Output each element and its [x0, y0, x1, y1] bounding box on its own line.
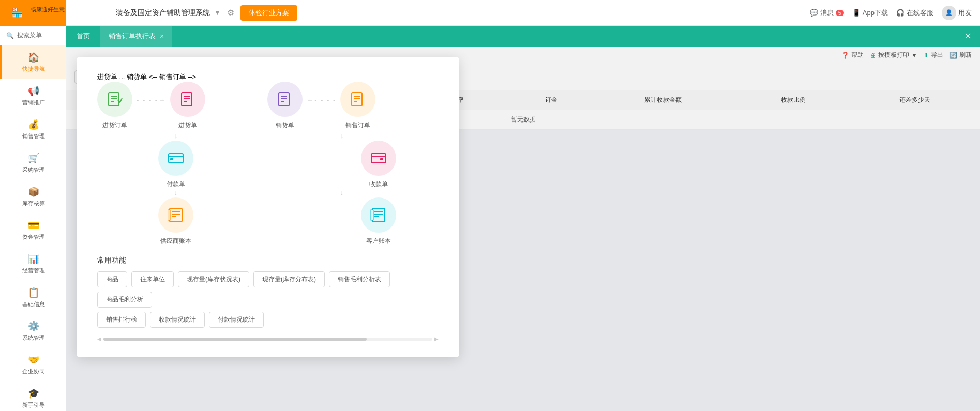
- sidebar-item-operation[interactable]: 📊 经营管理: [0, 247, 66, 281]
- flow-node-payment[interactable]: 付款单: [158, 141, 193, 189]
- logo-icon: 🏪: [8, 4, 26, 22]
- flow-node-purchase-bill[interactable]: 进货单: [170, 82, 205, 130]
- func-btn-stock-dist[interactable]: 现存量(库存分布表): [253, 271, 325, 287]
- flow-node-purchase-order[interactable]: 进货订单: [97, 82, 132, 130]
- page-content: ❓ 帮助 🖨 按模板打印 ▼ ⬆ 导出 🔄 刷新: [66, 47, 980, 411]
- sidebar-label-inventory: 库存核算: [22, 200, 45, 207]
- system-icon: ⚙️: [28, 321, 39, 332]
- common-functions-title: 常用功能: [97, 256, 439, 265]
- logo-text: 畅康通好生意 标准版: [31, 6, 65, 20]
- sale-bill-icon: [267, 82, 303, 117]
- func-buttons-row2: 销售排行榜 收款情况统计 付款情况统计: [97, 312, 439, 328]
- func-btn-payment-stat[interactable]: 付款情况统计: [209, 312, 264, 328]
- svg-rect-21: [380, 158, 383, 160]
- service-item[interactable]: 🎧 在线客服: [896, 8, 933, 18]
- flow-node-sale-bill[interactable]: 销货单: [267, 82, 303, 130]
- experience-button[interactable]: 体验行业方案: [240, 5, 297, 21]
- home-icon: 🏠: [28, 52, 39, 63]
- sidebar-item-sales[interactable]: 💰 销售管理: [0, 113, 66, 146]
- search-menu[interactable]: 🔍 搜索菜单: [0, 26, 66, 45]
- sale-bill-label: 销货单: [276, 121, 294, 130]
- message-icon: 💬: [810, 9, 818, 17]
- avatar: 👤: [942, 6, 956, 20]
- sidebar: 🔍 搜索菜单 🏠 快捷导航 📢 营销推广 💰 销售管理 🛒 采购管理 📦: [0, 26, 66, 411]
- scroll-right-icon[interactable]: ▶: [434, 336, 439, 342]
- sidebar-label-purchase: 采购管理: [22, 166, 45, 174]
- modal-box: 进货单 ... 销货单 <-- 销售订单 --> 进货订单: [77, 57, 459, 357]
- user-item[interactable]: 👤 用友: [942, 6, 972, 20]
- purchase-icon: 🛒: [28, 153, 39, 164]
- flow-node-supplier-ledger[interactable]: 供应商账本: [158, 197, 193, 246]
- sidebar-label-sales: 销售管理: [22, 132, 45, 140]
- tab-home[interactable]: 首页: [66, 26, 100, 47]
- flow-node-customer-ledger[interactable]: 客户账本: [361, 197, 396, 246]
- sale-order-label: 销售订单: [345, 121, 370, 130]
- sidebar-item-basic-info[interactable]: 📋 基础信息: [0, 281, 66, 314]
- dropdown-icon[interactable]: ▼: [214, 9, 221, 17]
- sidebar-item-marketing[interactable]: 📢 营销推广: [0, 79, 66, 113]
- flow-node-receipt[interactable]: 收款单: [361, 141, 396, 189]
- flow-node-sale-order[interactable]: 销售订单: [340, 82, 375, 130]
- newbie-icon: 🎓: [28, 388, 39, 399]
- app-download-item[interactable]: 📱 App下载: [852, 8, 888, 18]
- operation-icon: 📊: [28, 253, 39, 265]
- customer-ledger-icon: [361, 197, 396, 233]
- svg-rect-19: [371, 154, 386, 163]
- sidebar-label-operation: 经营管理: [22, 267, 45, 275]
- payment-label: 付款单: [167, 180, 185, 189]
- phone-icon: 📱: [852, 9, 861, 17]
- svg-rect-26: [168, 210, 171, 220]
- tab-bar: 首页 销售订单执行表 × ✕: [66, 26, 980, 47]
- modal-overlay: 进货单 ... 销货单 <-- 销售订单 --> 进货订单: [66, 47, 980, 411]
- sidebar-label-system: 系统管理: [22, 334, 45, 342]
- user-name: 用友: [958, 8, 972, 18]
- scroll-left-icon[interactable]: ◀: [97, 336, 101, 342]
- message-item[interactable]: 💬 消息 5: [810, 8, 844, 18]
- purchase-bill-icon: [170, 82, 205, 117]
- content-area: 首页 销售订单执行表 × ✕ ❓ 帮助 🖨 按模板打印: [66, 26, 980, 411]
- sidebar-label-basic-info: 基础信息: [22, 300, 45, 308]
- collab-icon: 🤝: [28, 354, 39, 366]
- receipt-label: 收款单: [369, 180, 388, 189]
- tab-sales-order[interactable]: 销售订单执行表 ×: [100, 26, 172, 47]
- func-btn-sales-rank[interactable]: 销售排行榜: [97, 312, 146, 328]
- system-title: 装备及固定资产辅助管理系统 ▼ ⚙: [116, 8, 234, 18]
- purchase-bill-label: 进货单: [178, 121, 197, 130]
- func-btn-product[interactable]: 商品: [97, 271, 127, 287]
- main-area: 🔍 搜索菜单 🏠 快捷导航 📢 营销推广 💰 销售管理 🛒 采购管理 📦: [0, 26, 980, 411]
- sidebar-item-quick-nav[interactable]: 🏠 快捷导航: [0, 45, 66, 79]
- scrollbar-thumb: [103, 338, 367, 341]
- basic-icon: 📋: [28, 287, 39, 298]
- sale-order-icon: [340, 82, 375, 117]
- sidebar-item-system[interactable]: ⚙️ 系统管理: [0, 314, 66, 348]
- func-btn-sales-gross[interactable]: 销售毛利分析表: [329, 271, 390, 287]
- sidebar-item-finance[interactable]: 💳 资金管理: [0, 214, 66, 247]
- system-name: 装备及固定资产辅助管理系统: [116, 8, 210, 18]
- inventory-icon: 📦: [28, 186, 39, 197]
- sidebar-item-collab[interactable]: 🤝 企业协同: [0, 348, 66, 382]
- func-btn-stock-status[interactable]: 现存量(库存状况表): [178, 271, 249, 287]
- svg-rect-18: [170, 158, 173, 160]
- sidebar-item-inventory[interactable]: 📦 库存核算: [0, 180, 66, 214]
- window-close-button[interactable]: ✕: [964, 31, 972, 42]
- sidebar-label-finance: 资金管理: [22, 233, 45, 241]
- common-functions: 常用功能 商品 往来单位 现存量(库存状况表) 现存量(库存分布表) 销售毛利分…: [97, 256, 439, 328]
- modal-scrollbar-area: ◀ ▶: [97, 336, 439, 342]
- purchase-order-icon: [97, 82, 132, 117]
- func-btn-receipt-stat[interactable]: 收款情况统计: [150, 312, 205, 328]
- logo-section: 🏪 畅康通好生意 标准版: [8, 4, 74, 22]
- func-btn-product-gross[interactable]: 商品毛利分析: [97, 292, 152, 308]
- sidebar-label-quick-nav: 快捷导航: [22, 65, 45, 73]
- customer-ledger-label: 客户账本: [366, 237, 391, 246]
- payment-icon: [158, 141, 193, 176]
- search-icon: 🔍: [6, 32, 14, 39]
- purchase-order-label: 进货订单: [102, 121, 127, 130]
- tab-close-icon[interactable]: ×: [160, 32, 164, 40]
- func-btn-partner[interactable]: 往来单位: [131, 271, 174, 287]
- sidebar-label-newbie: 新手引导: [22, 401, 45, 409]
- marketing-icon: 📢: [28, 85, 39, 97]
- top-right-actions: 💬 消息 5 📱 App下载 🎧 在线客服 👤 用友: [810, 6, 972, 20]
- sidebar-item-purchase[interactable]: 🛒 采购管理: [0, 146, 66, 180]
- settings-icon[interactable]: ⚙: [227, 8, 234, 18]
- sidebar-item-newbie[interactable]: 🎓 新手引导: [0, 382, 66, 411]
